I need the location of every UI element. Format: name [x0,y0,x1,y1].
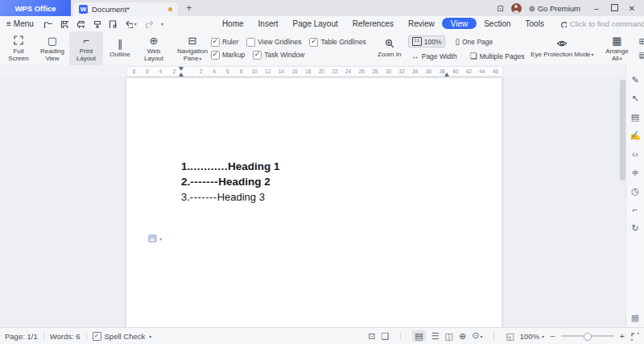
user-avatar[interactable] [511,3,522,14]
command-search[interactable]: Click to find commands [559,19,644,28]
tab-page-layout[interactable]: Page Layout [286,19,345,29]
ruler-number: 40 [448,67,462,76]
full-screen-button[interactable]: Full Screen [2,31,35,65]
full-screen-icon[interactable] [630,332,639,341]
toc-line-3[interactable]: 3.-------Heading 3 [181,189,280,205]
page-width-button[interactable]: ↔Page Width [408,51,460,61]
eye-protection-view-icon[interactable]: ⊙▾ [472,329,482,342]
go-premium-button[interactable]: ⊚ Go Premium [529,4,580,13]
tab-tools[interactable]: Tools [518,19,551,29]
bookmark-icon[interactable]: ❑ [381,330,389,342]
new-window-button[interactable]: ⊞New Window [635,36,644,47]
outline-button[interactable]: ∥ Outline [103,31,137,65]
tab-home[interactable]: Home [215,19,251,29]
print-layout-view-icon[interactable]: ▤ [412,330,425,342]
reading-view-icon[interactable]: ◫ [445,330,453,342]
menu-bar: ≡ Menu ▾ ▾ Home Insert Page Layout Refer… [0,16,644,31]
task-window-checkbox[interactable]: Task Window [253,51,304,60]
new-tab-button[interactable]: + [186,0,192,16]
document-canvas[interactable]: 1............Heading 1 2.-------Heading … [0,77,626,328]
workspace-icon[interactable]: ⊡ [497,4,503,13]
zoom-in-button[interactable]: Zoom In [373,31,407,65]
ink-annotation-icon[interactable]: ✎ [631,75,638,85]
spell-check-button[interactable]: ✓ Spell Check ▾ [93,332,152,341]
show-options-group: Ruler View Gridlines Table Gridlines Mar… [209,31,368,65]
tab-references[interactable]: References [345,19,401,29]
ruler-number: 14 [275,67,288,76]
settings-sliders-icon[interactable]: ≑ [631,168,638,178]
reading-view-button[interactable]: ▢ Reading View [35,31,69,65]
crop-icon[interactable]: ⌐ [633,205,638,215]
split-window-button[interactable]: ▤Split Window▾ [635,50,644,60]
view-gridlines-checkbox[interactable]: View Gridlines [246,38,301,47]
navigation-pane-button[interactable]: ⊟ Navigation Pane▾ [175,31,209,65]
zoom-level-button[interactable]: 100%▾ [520,332,544,341]
window-controls: – ✕ [588,4,641,13]
toc-line-2[interactable]: 2.-------Heading 2 [181,174,280,189]
zoom-100-button[interactable]: 1:1100% [408,35,446,48]
page-tools-icon[interactable]: ⊡ [368,330,375,342]
format-painter-icon[interactable] [92,19,101,28]
print-icon[interactable] [76,19,85,28]
tab-section[interactable]: Section [477,19,518,29]
wps-office-button[interactable]: WPS Office [0,0,71,16]
document-page[interactable]: 1............Heading 1 2.-------Heading … [126,78,502,328]
tab-insert[interactable]: Insert [251,19,286,29]
arrange-all-button[interactable]: ▦ Arrange All▾ [600,31,634,65]
web-layout-view-icon[interactable]: ⊕ [459,330,466,342]
main-menu-button[interactable]: ≡ Menu [6,19,34,28]
vertical-scrollbar[interactable] [620,80,625,180]
save-icon[interactable] [60,19,68,28]
print-preview-icon[interactable] [108,19,117,28]
open-icon[interactable] [43,19,52,28]
ruler-number: 2 [194,67,208,76]
ruler-number: 4 [208,67,221,76]
tab-review[interactable]: Review [401,19,442,29]
undo-caret-icon[interactable]: ▾ [134,21,137,27]
fit-page-icon[interactable]: ◱ [506,330,514,342]
tab-view[interactable]: View [442,18,477,29]
zoom-slider[interactable] [561,335,614,337]
ruler-number: 36 [422,67,436,76]
table-gridlines-checkbox[interactable]: Table Gridlines [309,38,365,47]
unsaved-indicator-dot [168,7,172,11]
horizontal-ruler[interactable]: 8642246810121416182022242628303234363840… [0,65,626,77]
multiple-pages-button[interactable]: ❏Multiple Pages [467,51,528,61]
code-icon[interactable]: ‹› [632,149,638,160]
page-width-icon: ↔ [411,52,419,60]
toolbox-icon[interactable]: ▤ [631,112,639,122]
page-indicator[interactable]: Page: 1/1 [5,332,38,341]
undo-icon[interactable] [124,19,133,28]
eye-protection-icon [556,38,568,49]
restore-icon [611,4,618,11]
document-tab[interactable]: W Document* [73,2,178,16]
zoom-slider-handle[interactable] [584,333,592,341]
toc-line-1[interactable]: 1............Heading 1 [181,159,280,174]
print-layout-button[interactable]: ⌐ Print Layout [69,31,103,65]
restore-button[interactable] [605,4,623,13]
first-line-indent-marker[interactable] [179,67,184,71]
one-page-button[interactable]: ▯One Page [452,36,496,47]
paste-options-button[interactable]: ▾ [148,234,162,242]
select-tool-icon[interactable]: ↖ [631,93,638,104]
zoom-out-button[interactable]: − [550,330,555,342]
ruler-checkbox[interactable]: Ruler [211,38,238,47]
divider [43,332,44,340]
minimize-button[interactable]: – [588,4,605,13]
web-layout-button[interactable]: ⊕ Web Layout [137,31,171,65]
redo-icon[interactable] [144,19,153,28]
quick-panel-icon[interactable]: ▦ [626,313,644,323]
one-to-one-icon: 1:1 [412,37,422,46]
multiple-pages-icon: ❏ [470,52,477,60]
outline-view-icon[interactable]: ☰ [431,330,440,342]
eye-protection-mode-button[interactable]: Eye Protection Mode▾ [529,31,595,65]
zoom-in-button[interactable]: + [620,330,625,342]
markup-checkbox[interactable]: Markup [211,51,245,60]
word-count[interactable]: Words: 6 [50,332,80,341]
customize-toolbar-caret-icon[interactable]: ▾ [161,21,163,27]
close-button[interactable]: ✕ [623,4,641,13]
signature-icon[interactable]: ✍ [630,131,641,141]
document-text[interactable]: 1............Heading 1 2.-------Heading … [181,159,280,205]
sync-icon[interactable]: ↻ [631,223,638,234]
history-clock-icon[interactable]: ◷ [631,186,639,197]
